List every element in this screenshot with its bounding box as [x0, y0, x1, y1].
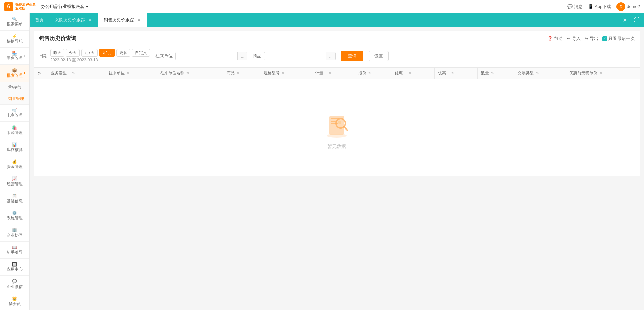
sidebar-item-basic[interactable]: 📋 基础信息	[0, 190, 29, 207]
tab-close-all-action[interactable]: ✕	[620, 15, 629, 25]
sidebar: 🔍 搜索菜单 ⚡ 快捷导航 🏪 零售管理 📦 批发管理 营销推广 销售管理 🛒 …	[0, 13, 30, 310]
sidebar-item-ecommerce[interactable]: 🛒 电商管理	[0, 105, 29, 122]
sidebar-item-retail[interactable]: 🏪 零售管理	[0, 48, 29, 65]
export-label: 导出	[590, 36, 598, 42]
tab-purchase-close-icon[interactable]: ×	[87, 17, 93, 23]
wholesale-icon: 📦	[12, 68, 17, 73]
help-icon: ❓	[547, 36, 553, 41]
tab-purchase-history[interactable]: 采购历史价跟踪 ×	[49, 13, 98, 27]
empty-state: 暂无数据	[34, 79, 640, 176]
date-filter-group: 日期 昨天 今天 近7天 近1月 更多 自定义 2023-02-18 至 202…	[39, 49, 150, 63]
top-bar-left: 6 畅捷通好生意 标准版 办公用品行业模拟账套 ▾	[4, 2, 91, 11]
message-label: 消息	[574, 4, 583, 10]
message-action[interactable]: 💬 消息	[567, 4, 583, 10]
column-discount1[interactable]: 优惠... ⇅	[391, 68, 434, 79]
column-biz-date[interactable]: 业务发生... ⇅	[47, 68, 105, 79]
sidebar-item-inventory[interactable]: 📊 库存核算	[0, 139, 29, 156]
partner-filter-group: 往来单位 ...	[155, 52, 247, 60]
query-button[interactable]: 查询	[341, 51, 363, 61]
tab-home[interactable]: 首页	[30, 13, 49, 27]
date-btn-more[interactable]: 更多	[116, 49, 130, 57]
sidebar-item-label-enterprise: 企业协同	[7, 232, 23, 238]
column-qty[interactable]: 数量 ⇅	[477, 68, 514, 79]
purchase-icon: 🛍️	[12, 125, 17, 130]
column-discount2[interactable]: 优惠... ⇅	[434, 68, 477, 79]
sidebar-item-member[interactable]: 👑 畅会员	[0, 293, 29, 310]
column-price[interactable]: 报价 ⇅	[355, 68, 391, 79]
sidebar-item-finance[interactable]: 💰 资金管理	[0, 156, 29, 173]
settings-button[interactable]: 设置	[369, 51, 389, 61]
only-last-checkbox[interactable]: ✓ 只看最后一次	[602, 36, 635, 42]
product-input[interactable]	[264, 52, 326, 60]
date-btn-yesterday[interactable]: 昨天	[50, 49, 64, 57]
sidebar-item-apps[interactable]: 🔲 应用中心	[0, 259, 29, 276]
sidebar-sub-item-marketing[interactable]: 营销推广	[0, 82, 29, 93]
sidebar-item-wholesale[interactable]: 📦 批发管理	[0, 65, 29, 82]
sort-icon-discount2: ⇅	[451, 71, 454, 75]
column-partner-name[interactable]: 往来单位名称 ⇅	[157, 68, 223, 79]
sort-icon-biz-date: ⇅	[72, 71, 75, 75]
tab-home-label: 首页	[35, 17, 44, 23]
operations-icon: 📈	[12, 176, 17, 181]
help-btn[interactable]: ❓ 帮助	[547, 36, 563, 42]
sidebar-item-search[interactable]: 🔍 搜索菜单	[0, 13, 29, 31]
import-btn[interactable]: ↩ 导入	[567, 36, 581, 42]
column-unit[interactable]: 计量... ⇅	[312, 68, 355, 79]
main-layout: 🔍 搜索菜单 ⚡ 快捷导航 🏪 零售管理 📦 批发管理 营销推广 销售管理 🛒 …	[0, 13, 644, 310]
sidebar-item-label-guide: 新手引导	[7, 250, 23, 255]
tab-maximize-action[interactable]: ⛶	[632, 15, 641, 25]
enterprise-icon: 🏢	[12, 228, 17, 232]
tab-sales-history[interactable]: 销售历史价跟踪 ×	[98, 13, 147, 27]
sidebar-item-label-apps: 应用中心	[7, 267, 23, 272]
filter-row: 日期 昨天 今天 近7天 近1月 更多 自定义 2023-02-18 至 202…	[39, 49, 635, 63]
sidebar-item-guide[interactable]: 📖 新手引导	[0, 242, 29, 259]
finance-icon: 💰	[12, 159, 17, 164]
guide-icon: 📖	[12, 245, 17, 250]
logo-area: 6 畅捷通好生意 标准版	[4, 2, 36, 11]
column-trade-type[interactable]: 交易类型 ⇅	[514, 68, 566, 79]
export-btn[interactable]: ↪ 导出	[585, 36, 598, 42]
download-label: App下载	[595, 4, 611, 10]
column-gear[interactable]: ⚙	[34, 68, 47, 79]
page-content: 销售历史价查询 ❓ 帮助 ↩ 导入 ↪ 导出 ✓	[30, 27, 644, 310]
sidebar-item-system[interactable]: ⚙️ 系统管理	[0, 207, 29, 224]
partner-input[interactable]	[176, 52, 237, 60]
sort-icon-spec: ⇅	[282, 71, 284, 75]
date-range-text: 2023-02-18 至 2023-03-18	[50, 57, 150, 63]
column-product[interactable]: 商品 ⇅	[223, 68, 260, 79]
sidebar-item-label-ecommerce: 电商管理	[7, 113, 23, 118]
sidebar-item-enterprise[interactable]: 🏢 企业协同	[0, 224, 29, 242]
system-icon: ⚙️	[12, 211, 17, 215]
date-btn-7days[interactable]: 近7天	[81, 49, 98, 57]
app-selector[interactable]: 办公用品行业模拟账套 ▾	[38, 2, 91, 11]
column-partner[interactable]: 往来单位 ⇅	[105, 68, 157, 79]
sidebar-item-label-member: 畅会员	[9, 301, 21, 307]
sidebar-item-wechat[interactable]: 💬 企业微信	[0, 276, 29, 293]
tab-bar-right: ✕ ⛶	[620, 15, 644, 25]
sidebar-sub-item-sales[interactable]: 销售管理	[0, 93, 29, 105]
product-input-dots[interactable]: ...	[326, 52, 335, 60]
product-filter-group: 商品 ...	[253, 52, 336, 60]
tab-purchase-label: 采购历史价跟踪	[55, 17, 85, 23]
app-name-label: 办公用品行业模拟账套	[41, 4, 85, 10]
user-action[interactable]: D demo2	[616, 2, 640, 11]
date-btn-custom[interactable]: 自定义	[132, 49, 150, 57]
column-spec[interactable]: 规格型号 ⇅	[260, 68, 312, 79]
sort-icon-product: ⇅	[237, 71, 239, 75]
sidebar-item-operations[interactable]: 📈 经营管理	[0, 173, 29, 190]
sidebar-item-purchase[interactable]: 🛍️ 采购管理	[0, 122, 29, 139]
partner-input-dots[interactable]: ...	[237, 52, 247, 60]
sidebar-item-shortcut[interactable]: ⚡ 快捷导航	[0, 31, 29, 48]
basic-icon: 📋	[12, 194, 17, 198]
tab-sales-close-icon[interactable]: ×	[136, 17, 142, 23]
user-name-label: demo2	[627, 4, 640, 9]
date-btn-today[interactable]: 今天	[66, 49, 80, 57]
sidebar-item-label-search: 搜索菜单	[7, 21, 23, 27]
download-action[interactable]: 📱 App下载	[588, 4, 611, 10]
inventory-icon: 📊	[12, 142, 17, 147]
sidebar-item-label-purchase: 采购管理	[7, 130, 23, 136]
top-bar-right: 💬 消息 📱 App下载 D demo2	[567, 2, 640, 11]
column-tax-free-price[interactable]: 优惠前无税单价 ⇅	[566, 68, 640, 79]
date-btn-1month[interactable]: 近1月	[99, 49, 115, 57]
product-input-wrap: ...	[264, 52, 336, 60]
